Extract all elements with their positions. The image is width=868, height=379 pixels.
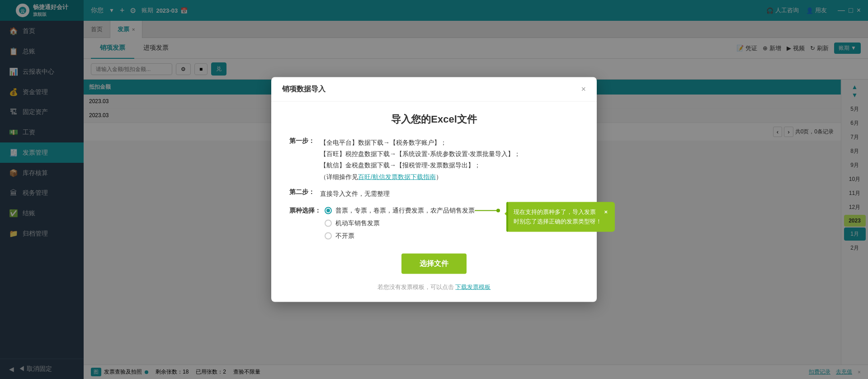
radio-option-1[interactable]: 普票，专票，卷票，通行费发票，农产品销售发票 xyxy=(325,206,475,214)
radio-label-3: 不开票 xyxy=(335,232,354,240)
step1-label: 第一步： xyxy=(289,137,316,183)
step2-content: 直接导入文件，无需整理 xyxy=(320,188,390,199)
tooltip-text: 现在支持的票种多了，导入发票时别忘了选择正确的发票类型呀！ xyxy=(514,208,602,224)
select-file-button[interactable]: 选择文件 xyxy=(401,253,467,274)
step2-label: 第二步： xyxy=(289,188,316,199)
download-template-link[interactable]: 下载发票模板 xyxy=(455,283,491,290)
radio-label-1: 普票，专票，卷票，通行费发票，农产品销售发票 xyxy=(335,206,475,214)
tooltip-bubble: × 现在支持的票种多了，导入发票时别忘了选择正确的发票类型呀！ xyxy=(506,202,615,232)
guide-link[interactable]: 百旺/航信发票数据下载指南 xyxy=(358,173,436,180)
modal-header: 销项数据导入 × xyxy=(271,77,597,102)
step1-line3: 【航信】金税盘数据下载→【报税管理-发票数据导出】； xyxy=(320,160,520,171)
tooltip-close[interactable]: × xyxy=(604,207,608,217)
radio-circle-2 xyxy=(325,219,332,227)
radio-option-3[interactable]: 不开票 xyxy=(325,232,475,240)
step1-line4: （详细操作见百旺/航信发票数据下载指南） xyxy=(320,171,520,182)
step1-line1: 【全电平台】数据下载→【税务数字账户】； xyxy=(320,137,520,148)
step1-row: 第一步： 【全电平台】数据下载→【税务数字账户】； 【百旺】税控盘数据下载→【系… xyxy=(289,137,579,183)
radio-circle-1 xyxy=(325,207,332,214)
modal-body: 导入您的Excel文件 第一步： 【全电平台】数据下载→【税务数字账户】； 【百… xyxy=(271,102,597,302)
modal-title: 销项数据导入 xyxy=(282,85,326,94)
radio-option-2[interactable]: 机动车销售发票 xyxy=(325,219,475,227)
modal-close-button[interactable]: × xyxy=(581,85,586,94)
modal-footer: 若您没有发票模板，可以点击 下载发票模板 xyxy=(289,283,579,291)
step1-content: 【全电平台】数据下载→【税务数字账户】； 【百旺】税控盘数据下载→【系统设置-系… xyxy=(320,137,520,183)
ticket-label: 票种选择： xyxy=(289,206,321,214)
modal-main-title: 导入您的Excel文件 xyxy=(289,113,579,126)
modal-dialog: 销项数据导入 × 导入您的Excel文件 第一步： 【全电平台】数据下载→【税务… xyxy=(271,77,597,302)
radio-circle-3 xyxy=(325,232,332,239)
step1-line2: 【百旺】税控盘数据下载→【系统设置-系统参数设置-发票批量导入】； xyxy=(320,148,520,160)
step2-row: 第二步： 直接导入文件，无需整理 xyxy=(289,188,579,199)
radio-label-2: 机动车销售发票 xyxy=(335,219,380,227)
ticket-section: 票种选择： 普票，专票，卷票，通行费发票，农产品销售发票 机动车销售发票 xyxy=(289,206,579,244)
